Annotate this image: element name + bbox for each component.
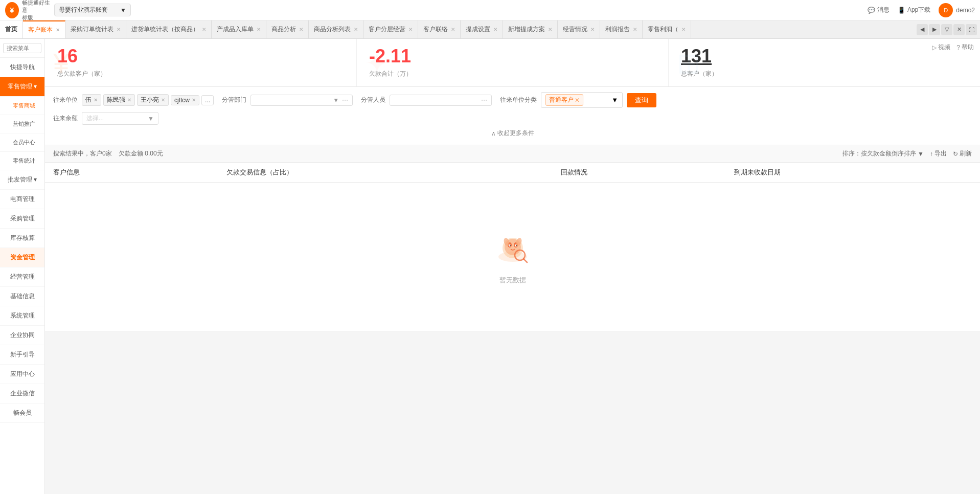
export-icon: ↑ [930, 150, 933, 158]
close-icon[interactable]: ✕ [56, 27, 60, 33]
remove-tag-cjttcw[interactable]: ✕ [192, 97, 196, 103]
empty-state: 暂无数据 [53, 188, 972, 326]
stat-value-total-customers: 131 [681, 47, 968, 65]
remove-tag-wang[interactable]: ✕ [161, 97, 165, 103]
remove-tag-normal-customer[interactable]: ✕ [575, 97, 580, 104]
sidebar-item-new-guide[interactable]: 新手引导 [0, 345, 44, 365]
tab-promotion-settings[interactable]: 提成设置 ✕ [461, 20, 503, 38]
filter-label-balance: 往来余额 [53, 114, 78, 123]
sidebar-item-marketing[interactable]: 营销推广 [0, 115, 44, 133]
sidebar-item-retail-mgmt[interactable]: 零售管理 ▾ [0, 77, 44, 97]
tab-customer-tier[interactable]: 客户分层经营 ✕ [363, 20, 418, 38]
sidebar-item-app-center[interactable]: 应用中心 [0, 365, 44, 384]
logo-text: 畅捷通好生意 标版 [22, 0, 50, 21]
close-icon[interactable]: ✕ [590, 27, 595, 32]
search-input[interactable] [3, 43, 41, 53]
sidebar-item-member[interactable]: 会员中心 [0, 133, 44, 152]
account-selector[interactable]: 母婴行业演示账套 ▼ [54, 4, 131, 16]
query-button[interactable]: 查询 [627, 93, 656, 107]
avatar: D [939, 3, 953, 17]
export-button[interactable]: ↑ 导出 [930, 149, 947, 158]
tab-close-all-button[interactable]: ✕ [953, 24, 965, 35]
app-download-button[interactable]: 📱 App下载 [898, 6, 930, 14]
tab-customer-contact[interactable]: 客户联络 ✕ [418, 20, 461, 38]
empty-text: 暂无数据 [499, 276, 526, 285]
close-icon[interactable]: ✕ [681, 27, 686, 32]
refresh-button[interactable]: ↻ 刷新 [953, 149, 972, 158]
stats-bar: ¥ 16 总欠款客户（家） ✦ -2.11 欠款合计（万） ⊞ 131 总客户（… [45, 39, 980, 87]
sidebar-item-pro-member[interactable]: 畅会员 [0, 403, 44, 423]
sidebar-item-finance[interactable]: 资金管理 [0, 248, 44, 267]
sidebar-item-enterprise-wechat[interactable]: 企业微信 [0, 384, 44, 403]
close-icon[interactable]: ✕ [633, 27, 637, 32]
message-button[interactable]: 💬 消息 [868, 6, 890, 14]
tab-new-promo[interactable]: 新增提成方案 ✕ [503, 20, 558, 38]
tab-operations[interactable]: 经营情况 ✕ [558, 20, 600, 38]
tab-retail-profit[interactable]: 零售利润（ ✕ [643, 20, 691, 38]
filter-tag-more[interactable]: ... [201, 95, 214, 105]
chevron-down-icon: ▼ [918, 150, 924, 158]
tab-product-analysis[interactable]: 商品分析 ✕ [266, 20, 309, 38]
tab-next-button[interactable]: ▶ [929, 24, 940, 35]
sidebar-item-enterprise-coop[interactable]: 企业协同 [0, 326, 44, 345]
tab-menu-button[interactable]: ▽ [941, 24, 952, 35]
close-icon[interactable]: ✕ [548, 27, 552, 32]
collapse-filter-button[interactable]: ∧ 收起更多条件 [487, 127, 538, 140]
chevron-down-icon: ▾ [34, 83, 37, 90]
filter-dept-select[interactable]: ▼ ⋯ [250, 95, 353, 106]
sidebar-item-retail-mall[interactable]: 零售商城 [0, 97, 44, 115]
sidebar-item-inventory[interactable]: 库存核算 [0, 229, 44, 248]
tab-production-inbound[interactable]: 产成品入库单 ✕ [212, 20, 266, 38]
stat-value-owed-amount: -2.11 [369, 47, 656, 65]
tab-customer-ledger[interactable]: 客户账本 ✕ [23, 20, 65, 38]
filter-class-wrap: 普通客户 ✕ ▼ [541, 92, 623, 108]
sidebar-item-basic-info[interactable]: 基础信息 [0, 287, 44, 306]
help-button[interactable]: ? 帮助 [956, 43, 974, 52]
sidebar-item-ecommerce[interactable]: 电商管理 [0, 190, 44, 209]
remove-tag-chen[interactable]: ✕ [127, 97, 131, 103]
sidebar-item-purchase[interactable]: 采购管理 [0, 209, 44, 229]
chevron-down-icon: ▼ [120, 7, 126, 14]
sidebar-item-operations-mgmt[interactable]: 经营管理 [0, 267, 44, 287]
filter-label-dept: 分管部门 [222, 96, 246, 104]
close-icon[interactable]: ✕ [117, 27, 121, 32]
sidebar-item-wholesale[interactable]: 批发管理 ▾ [0, 170, 44, 190]
close-icon[interactable]: ✕ [202, 27, 206, 32]
close-icon[interactable]: ✕ [451, 27, 455, 32]
tab-profit-report[interactable]: 利润报告 ✕ [600, 20, 643, 38]
filter-tag-cjttcw: cjttcw ✕ [171, 95, 199, 105]
tab-home[interactable]: 首页 [0, 20, 23, 38]
filter-tag-wang: 王小亮 ✕ [137, 94, 169, 106]
video-help-button[interactable]: ▷ 视频 [932, 43, 950, 52]
content-area: ¥ 16 总欠款客户（家） ✦ -2.11 欠款合计（万） ⊞ 131 总客户（… [45, 39, 980, 494]
col-due-date: 到期未收款日期 [726, 163, 980, 183]
stats-help-area: ▷ 视频 ? 帮助 [932, 43, 974, 52]
tab-inbound-stats[interactable]: 进货单统计表（按商品） ✕ [126, 20, 212, 38]
tab-fullscreen-button[interactable]: ⛶ [966, 24, 977, 35]
remove-tag-wu[interactable]: ✕ [94, 97, 98, 103]
tab-prev-button[interactable]: ◀ [917, 24, 928, 35]
filter-person-select[interactable]: ⋯ [390, 95, 492, 106]
sort-selector[interactable]: 排序：按欠款金额倒序排序 ▼ [842, 149, 924, 158]
stat-label-owed-amount: 欠款合计（万） [369, 70, 656, 78]
sidebar-item-system[interactable]: 系统管理 [0, 306, 44, 326]
close-icon[interactable]: ✕ [408, 27, 413, 32]
close-icon[interactable]: ✕ [493, 27, 497, 32]
tab-nav-buttons: ◀ ▶ ▽ ✕ ⛶ [914, 20, 980, 38]
close-icon[interactable]: ✕ [257, 27, 261, 32]
tab-product-analysis-list[interactable]: 商品分析列表 ✕ [309, 20, 363, 38]
filter-label-person: 分管人员 [361, 96, 385, 104]
sidebar-item-quick-nav[interactable]: 快捷导航 [0, 58, 44, 77]
play-icon: ▷ [932, 44, 937, 51]
sidebar-item-retail-stats[interactable]: 零售统计 [0, 152, 44, 170]
col-customer-info: 客户信息 [45, 163, 218, 183]
tab-bar: 首页 客户账本 ✕ 采购订单统计表 ✕ 进货单统计表（按商品） ✕ 产成品入库单… [0, 20, 980, 39]
close-icon[interactable]: ✕ [354, 27, 358, 32]
tab-purchase-order[interactable]: 采购订单统计表 ✕ [65, 20, 126, 38]
user-menu[interactable]: D demo2 [939, 3, 975, 17]
filter-balance-select[interactable]: 选择... ▼ [82, 112, 158, 125]
filter-row-1: 往来单位 伍 ✕ 陈民强 ✕ 王小亮 ✕ cjttcw [53, 92, 972, 108]
svg-point-7 [510, 245, 511, 246]
close-icon[interactable]: ✕ [299, 27, 303, 32]
chevron-down-icon: ▼ [333, 97, 339, 104]
